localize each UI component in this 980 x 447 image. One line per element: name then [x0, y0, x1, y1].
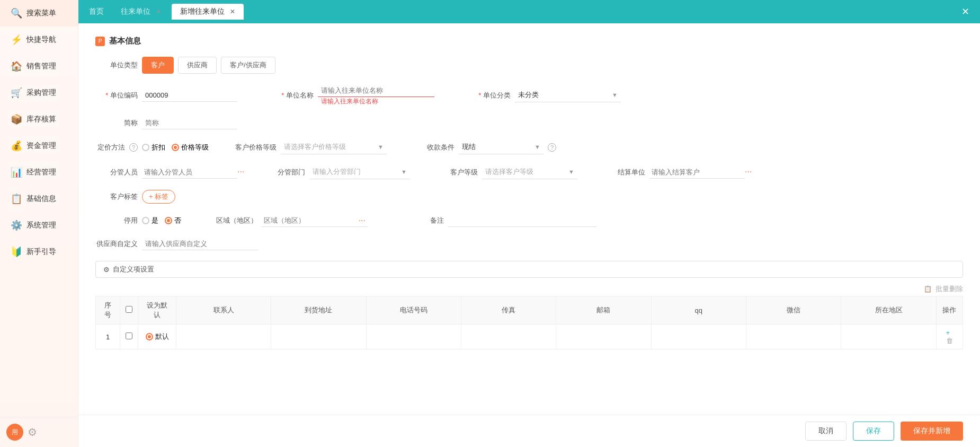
sidebar-item-purchase[interactable]: 🛒 采购管理: [0, 80, 78, 106]
unit-code-input[interactable]: [142, 89, 237, 102]
region-input[interactable]: [262, 214, 357, 226]
pricing-method-label: 定价方法 ?: [95, 143, 138, 152]
customer-price-level-select[interactable]: 请选择客户价格等级 ▼: [281, 140, 387, 154]
settlement-unit-input-group: ···: [649, 166, 745, 179]
qq-input[interactable]: [657, 333, 741, 341]
tab-home[interactable]: 首页: [83, 4, 110, 20]
pricing-level-radio[interactable]: 价格等级: [172, 143, 209, 152]
cell-qq[interactable]: [651, 325, 746, 349]
main-area: 首页 往来单位 ✕ 新增往来单位 ✕ ✕ P 基本信息 单位类型 客户 供应商 …: [78, 0, 980, 447]
tab-counterparty[interactable]: 往来单位 ✕: [112, 4, 170, 20]
add-row-button[interactable]: +: [946, 329, 950, 337]
close-tab-new-counterparty[interactable]: ✕: [230, 8, 235, 15]
cell-region[interactable]: [841, 325, 936, 349]
supplier-custom-label: 供应商自定义: [95, 239, 138, 249]
customer-price-level-label: 客户价格等级: [234, 143, 277, 152]
col-fax: 传真: [461, 296, 556, 325]
save-and-new-button[interactable]: 保存并新增: [901, 422, 963, 441]
unit-type-both-button[interactable]: 客户/供应商: [221, 57, 275, 74]
cell-email[interactable]: [556, 325, 651, 349]
avatar: 用: [6, 424, 23, 441]
close-main-button[interactable]: ✕: [955, 6, 976, 17]
sidebar-item-sales[interactable]: 🏠 销售管理: [0, 53, 78, 80]
manager-input[interactable]: [142, 166, 235, 178]
sales-icon: 🏠: [11, 60, 22, 72]
cancel-button[interactable]: 取消: [805, 422, 847, 441]
table-row: 1 默认: [96, 325, 963, 349]
sidebar-item-inventory[interactable]: 📦 库存核算: [0, 106, 78, 133]
sidebar-item-system[interactable]: ⚙️ 系统管理: [0, 212, 78, 239]
customer-level-select[interactable]: 请选择客户等级 ▼: [482, 165, 577, 179]
chevron-down-icon: ▼: [612, 92, 618, 98]
payment-help-icon[interactable]: ?: [548, 143, 556, 152]
row-checkbox[interactable]: [126, 332, 132, 339]
customer-tag-row: 客户标签 + 标签: [95, 190, 963, 204]
dept-select[interactable]: 请输入分管部门 ▼: [309, 165, 410, 179]
default-radio[interactable]: 默认: [144, 332, 171, 341]
add-tag-button[interactable]: + 标签: [142, 190, 175, 204]
cell-address[interactable]: [271, 325, 366, 349]
cell-default: 默认: [138, 325, 176, 349]
delete-row-button[interactable]: 🗑: [946, 337, 953, 345]
cell-wechat[interactable]: [746, 325, 841, 349]
wechat-input[interactable]: [752, 333, 835, 341]
unit-type-label: 单位类型: [95, 60, 138, 70]
phone-input[interactable]: [372, 333, 456, 341]
disabled-no-dot: [165, 217, 172, 224]
disabled-no-radio[interactable]: 否: [165, 216, 181, 225]
col-wechat: 微信: [746, 296, 841, 325]
guide-icon: 🔰: [11, 246, 22, 258]
sidebar-item-label: 库存核算: [26, 115, 56, 124]
pricing-discount-radio[interactable]: 折扣: [142, 143, 165, 152]
disabled-yes-radio[interactable]: 是: [142, 216, 158, 225]
table-header-row: 序号 设为默认 联系人 到货地址 电话号码 传真 邮箱 qq 微信 所在地区 操…: [96, 296, 963, 325]
select-all-checkbox[interactable]: [126, 306, 132, 313]
unit-category-select[interactable]: 未分类 ▼: [515, 88, 621, 102]
save-button[interactable]: 保存: [853, 422, 894, 441]
unit-type-supplier-button[interactable]: 供应商: [178, 57, 217, 74]
region-dots-button[interactable]: ···: [357, 216, 368, 225]
contact-input[interactable]: [182, 333, 265, 341]
alias-input[interactable]: [142, 117, 237, 129]
customer-tag-label: 客户标签: [95, 192, 138, 201]
supplier-custom-input[interactable]: [142, 238, 259, 250]
custom-settings-button[interactable]: ⚙ 自定义项设置: [95, 261, 963, 278]
sidebar-item-quick-nav[interactable]: ⚡ 快捷导航: [0, 27, 78, 53]
sidebar-item-guide[interactable]: 🔰 新手引导: [0, 239, 78, 265]
chevron-down-icon: ▼: [568, 169, 574, 175]
sidebar: 🔍 搜索菜单 ⚡ 快捷导航 🏠 销售管理 🛒 采购管理 📦 库存核算 💰 资金管…: [0, 0, 78, 447]
disabled-yes-dot: [142, 217, 149, 224]
settlement-dots-button[interactable]: ···: [743, 167, 754, 177]
fax-input[interactable]: [467, 333, 550, 341]
alias-row: 简称: [95, 117, 963, 129]
cell-contact[interactable]: [176, 325, 271, 349]
unit-type-row: 单位类型 客户 供应商 客户/供应商: [95, 57, 963, 74]
unit-type-customer-button[interactable]: 客户: [142, 57, 174, 74]
cell-fax[interactable]: [461, 325, 556, 349]
close-tab-counterparty[interactable]: ✕: [156, 8, 161, 15]
sidebar-item-operations[interactable]: 📊 经营管理: [0, 159, 78, 186]
dept-label: 分管部门: [263, 168, 305, 177]
supplier-custom-row: 供应商自定义: [95, 238, 963, 250]
notes-label: 备注: [402, 216, 444, 225]
base-icon: 📋: [11, 193, 22, 205]
tab-new-counterparty[interactable]: 新增往来单位 ✕: [172, 4, 244, 20]
unit-name-input[interactable]: [318, 84, 434, 97]
sidebar-item-label: 经营管理: [26, 168, 56, 177]
sidebar-item-search[interactable]: 🔍 搜索菜单: [0, 0, 78, 27]
email-input[interactable]: [562, 333, 645, 341]
cell-phone[interactable]: [366, 325, 461, 349]
settlement-unit-label: 结算单位: [603, 168, 645, 177]
row-region-input[interactable]: [847, 333, 930, 341]
manager-row: 分管人员 ··· 分管部门 请输入分管部门 ▼ 客户等级 请选择客户等级 ▼ 结…: [95, 165, 963, 179]
pricing-help-icon[interactable]: ?: [129, 143, 138, 152]
sidebar-item-finance[interactable]: 💰 资金管理: [0, 133, 78, 159]
notes-input[interactable]: [448, 214, 596, 227]
manager-dots-button[interactable]: ···: [235, 167, 246, 177]
address-input[interactable]: [277, 333, 360, 341]
settings-icon[interactable]: ⚙: [28, 426, 37, 439]
payment-terms-select[interactable]: 现结 ▼: [459, 140, 544, 154]
settlement-unit-input[interactable]: [649, 166, 743, 178]
sidebar-item-base[interactable]: 📋 基础信息: [0, 186, 78, 212]
unit-code-name-row: * 单位编码 * 单位名称 请输入往来单位名称 * 单位分类 未分类 ▼: [95, 84, 963, 106]
